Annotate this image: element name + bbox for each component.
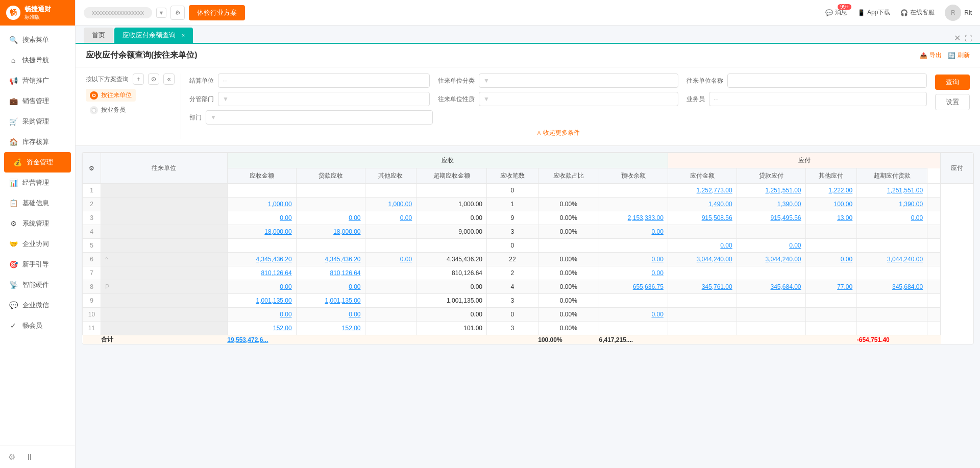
table-cell[interactable]: 0.00	[365, 253, 416, 266]
table-cell[interactable]	[668, 294, 737, 308]
table-cell[interactable]: 1,390.00	[737, 198, 805, 211]
table-cell[interactable]: 1,222.00	[805, 184, 857, 198]
table-cell[interactable]	[805, 225, 857, 239]
table-cell[interactable]	[805, 294, 857, 308]
table-cell[interactable]: 18,000.00	[227, 225, 296, 239]
sidebar-item-smart-hw[interactable]: 📡 智能硬件	[0, 275, 75, 295]
table-cell[interactable]: 3,044,240.00	[737, 253, 805, 266]
collapse-btn[interactable]: ∧ 收起更多条件	[536, 129, 580, 136]
online-service-btn[interactable]: 🎧 在线客服	[900, 8, 935, 17]
select-partner-type[interactable]: ▼	[479, 73, 678, 88]
table-cell[interactable]: 0.00	[296, 308, 365, 322]
table-cell[interactable]: 915,495.56	[737, 211, 805, 225]
table-cell[interactable]: 18,000.00	[296, 225, 365, 239]
table-cell[interactable]: 1,490.00	[668, 198, 737, 211]
table-cell[interactable]: 810,126.64	[227, 266, 296, 280]
table-cell[interactable]	[857, 239, 927, 253]
table-cell[interactable]: 0.00	[805, 253, 857, 266]
table-cell[interactable]	[227, 239, 296, 253]
close-window-icon[interactable]: ✕	[954, 33, 961, 43]
table-cell[interactable]: 0.00	[599, 225, 668, 239]
table-cell[interactable]: 0.00	[599, 308, 668, 322]
table-cell[interactable]	[737, 322, 805, 335]
add-scheme-btn[interactable]: +	[133, 73, 144, 85]
table-cell[interactable]	[599, 239, 668, 253]
table-settings-icon[interactable]: ⚙	[89, 165, 94, 172]
table-cell[interactable]: 0.00	[599, 253, 668, 266]
table-cell[interactable]	[857, 266, 927, 280]
app-download-btn[interactable]: 📱 App下载	[857, 8, 890, 17]
table-cell[interactable]	[737, 308, 805, 322]
table-cell[interactable]	[857, 294, 927, 308]
table-cell[interactable]: 152.00	[227, 322, 296, 335]
message-btn[interactable]: 💬 消息 99+	[825, 8, 847, 17]
sidebar-item-quick-nav[interactable]: ⌂ 快捷导航	[0, 50, 75, 70]
settings-footer-icon[interactable]: ⚙	[8, 452, 15, 462]
table-cell[interactable]: 0.00	[599, 266, 668, 280]
table-cell[interactable]	[805, 239, 857, 253]
refresh-button[interactable]: 🔄 刷新	[948, 51, 970, 60]
edit-scheme-btn[interactable]: ⊙	[148, 73, 159, 85]
table-cell[interactable]	[737, 225, 805, 239]
table-cell[interactable]: 1,001,135.00	[296, 294, 365, 308]
table-cell[interactable]	[365, 225, 416, 239]
select-department[interactable]: ▼	[206, 110, 433, 125]
table-cell[interactable]: 100.00	[805, 198, 857, 211]
table-cell[interactable]: 4,345,436.20	[227, 253, 296, 266]
table-cell[interactable]	[365, 322, 416, 335]
table-cell[interactable]: 0.00	[296, 211, 365, 225]
tab-ar-ap-balance[interactable]: 应收应付余额查询 ×	[114, 28, 193, 43]
table-cell[interactable]	[737, 294, 805, 308]
table-cell[interactable]	[599, 184, 668, 198]
table-cell[interactable]	[227, 184, 296, 198]
table-cell[interactable]: 345,684.00	[737, 280, 805, 294]
table-cell[interactable]: 4,345,436.20	[296, 253, 365, 266]
table-cell[interactable]	[668, 322, 737, 335]
table-cell[interactable]: 1,000.00	[227, 198, 296, 211]
input-partner-name[interactable]	[727, 73, 927, 88]
table-cell[interactable]: 0.00	[857, 211, 927, 225]
input-settlement[interactable]: ···	[218, 73, 430, 88]
table-cell[interactable]	[599, 198, 668, 211]
table-cell[interactable]: 0.00	[365, 211, 416, 225]
sidebar-item-system[interactable]: ⚙ 系统管理	[0, 213, 75, 234]
option-by-salesperson[interactable]: 按业务员	[86, 104, 130, 116]
table-cell[interactable]	[365, 294, 416, 308]
tab-home[interactable]: 首页	[84, 28, 113, 43]
table-cell[interactable]	[805, 322, 857, 335]
table-cell[interactable]	[805, 308, 857, 322]
table-cell[interactable]	[737, 266, 805, 280]
table-cell[interactable]	[296, 184, 365, 198]
table-cell[interactable]	[365, 308, 416, 322]
sidebar-item-purchase[interactable]: 🛒 采购管理	[0, 111, 75, 132]
table-cell[interactable]	[365, 266, 416, 280]
table-cell[interactable]	[805, 266, 857, 280]
table-cell[interactable]: 2,153,333.00	[599, 211, 668, 225]
table-cell[interactable]	[668, 266, 737, 280]
sidebar-item-search-menu[interactable]: 🔍 搜索菜单	[0, 30, 75, 50]
table-cell[interactable]: 810,126.64	[296, 266, 365, 280]
breadcrumb-dropdown[interactable]: ▼	[156, 8, 166, 18]
table-cell[interactable]: 1,001,135.00	[227, 294, 296, 308]
table-cell[interactable]	[668, 225, 737, 239]
option-by-partner[interactable]: 按往来单位	[86, 89, 136, 102]
table-cell[interactable]	[668, 308, 737, 322]
sidebar-item-operation[interactable]: 📊 经营管理	[0, 173, 75, 193]
table-cell[interactable]	[857, 225, 927, 239]
user-info[interactable]: R Rit	[945, 5, 972, 21]
maximize-window-icon[interactable]: ⛶	[965, 34, 972, 42]
table-cell[interactable]: 655,636.75	[599, 280, 668, 294]
table-cell[interactable]: 915,508.56	[668, 211, 737, 225]
sidebar-item-guide[interactable]: 🎯 新手引导	[0, 254, 75, 275]
table-cell[interactable]: 13.00	[805, 211, 857, 225]
sidebar-item-marketing[interactable]: 📢 营销推广	[0, 70, 75, 91]
table-cell[interactable]	[365, 184, 416, 198]
query-button[interactable]: 查询	[935, 75, 970, 90]
sidebar-item-inventory[interactable]: 🏠 库存核算	[0, 132, 75, 152]
table-cell[interactable]	[599, 322, 668, 335]
table-wrap[interactable]: ⚙ 往来单位 应收 应付 应付 应收金额 贷款应收 其他应收 超期应收金额	[82, 153, 973, 344]
table-cell[interactable]: 1,000.00	[365, 198, 416, 211]
table-cell[interactable]	[365, 239, 416, 253]
sidebar-item-finance[interactable]: 💰 资金管理	[4, 152, 71, 173]
select-partner-nature[interactable]: ▼	[479, 92, 678, 106]
